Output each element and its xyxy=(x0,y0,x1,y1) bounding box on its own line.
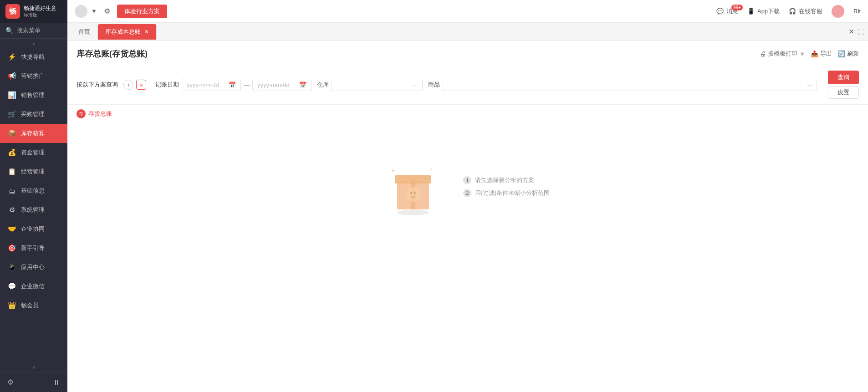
sidebar-item-wechat[interactable]: 💬 企业微信 xyxy=(0,277,67,296)
empty-content: ✦ ✦ 1 请先选择要分析的方案 xyxy=(386,159,549,219)
coop-icon: 🤝 xyxy=(7,225,16,233)
set-button[interactable]: 设置 xyxy=(828,86,859,99)
scheme-icon: 存 xyxy=(77,109,86,118)
filter-add-button[interactable]: + xyxy=(123,80,133,90)
message-badge: 99+ xyxy=(731,5,743,10)
empty-tip-1: 1 请先选择要分析的方案 xyxy=(463,176,549,184)
app-download-action[interactable]: 📱 App下载 xyxy=(747,7,780,15)
filter-row: 记账日期 yyyy-mm-dd 📅 — yyyy-mm-dd 📅 仓库 xyxy=(155,71,859,99)
sidebar-item-marketing[interactable]: 📢 营销推广 xyxy=(0,66,67,86)
app-center-icon: 📱 xyxy=(7,263,16,271)
tab-inventory-cost[interactable]: 库存成本总账 ✕ xyxy=(98,24,157,40)
refresh-button[interactable]: 🔄 刷新 xyxy=(837,50,859,58)
empty-box-svg: ✦ ✦ xyxy=(388,162,443,216)
scroll-up-indicator: ▲ xyxy=(0,39,67,47)
sidebar: 畅 畅捷通好生意 标准版 🔍 搜索菜单 ▲ ⚡ 快捷导航 📢 营销推广 📊 销售… xyxy=(0,0,67,392)
expand-icon[interactable]: ⛶ xyxy=(858,28,864,36)
date-end-input[interactable]: yyyy-mm-dd 📅 xyxy=(252,79,311,91)
scroll-down-indicator: ▼ xyxy=(0,363,67,372)
dropdown-arrow: ▼ xyxy=(91,8,97,15)
online-service-action[interactable]: 🎧 在线客服 xyxy=(789,7,822,15)
main-content: ▼ ⚙ 体验行业方案 💬 消息 99+ 📱 App下载 🎧 在线客服 Rit xyxy=(67,0,868,392)
header-user-avatar xyxy=(75,5,87,18)
warehouse-label: 仓库 xyxy=(317,81,329,89)
search-menu[interactable]: 🔍 搜索菜单 xyxy=(0,23,67,39)
sidebar-item-sales[interactable]: 📊 销售管理 xyxy=(0,86,67,105)
sidebar-item-system[interactable]: ⚙ 系统管理 xyxy=(0,200,67,219)
system-icon: ⚙ xyxy=(7,206,16,214)
app-logo: 畅 xyxy=(5,4,20,19)
sidebar-item-label: 经营管理 xyxy=(21,168,45,176)
tip-text-1: 请先选择要分析的方案 xyxy=(475,176,534,184)
operation-icon: 📋 xyxy=(7,168,16,176)
warehouse-more-icon[interactable]: ··· xyxy=(413,81,418,88)
sidebar-item-basic[interactable]: 🗂 基础信息 xyxy=(0,181,67,200)
svg-point-7 xyxy=(410,192,412,194)
message-icon: 💬 xyxy=(716,8,724,15)
svg-text:✦: ✦ xyxy=(390,167,396,174)
sidebar-item-label: 基础信息 xyxy=(21,187,45,195)
guide-icon: 🎯 xyxy=(7,244,16,252)
user-avatar xyxy=(832,5,844,18)
product-more-icon[interactable]: ··· xyxy=(807,81,812,88)
refresh-label: 刷新 xyxy=(847,50,859,58)
tip-text-2: 用[过滤]条件来缩小分析范围 xyxy=(475,189,549,197)
search-label: 搜索菜单 xyxy=(17,26,41,35)
tip-num-2: 2 xyxy=(463,189,471,197)
date-start-input[interactable]: yyyy-mm-dd 📅 xyxy=(182,79,241,91)
header-right: 💬 消息 99+ 📱 App下载 🎧 在线客服 Rit xyxy=(716,5,861,18)
svg-point-3 xyxy=(397,210,429,215)
tab-close-icon[interactable]: ✕ xyxy=(144,29,149,35)
empty-illustration: ✦ ✦ xyxy=(386,159,445,219)
filter-area: 按以下方案查询 + « 记账日期 yyyy-mm-dd 📅 — yyyy-mm-… xyxy=(67,65,868,105)
sidebar-item-finance[interactable]: 💰 资金管理 xyxy=(0,143,67,162)
sidebar-item-label: 快捷导航 xyxy=(21,53,45,61)
header-gear-button[interactable]: ⚙ xyxy=(101,5,113,18)
sidebar-item-purchase[interactable]: 🛒 采购管理 xyxy=(0,105,67,124)
sidebar-item-app-center[interactable]: 📱 应用中心 xyxy=(0,258,67,277)
query-button[interactable]: 查询 xyxy=(828,71,859,84)
calendar-end-icon[interactable]: 📅 xyxy=(299,81,306,88)
date-filter-group: 记账日期 yyyy-mm-dd 📅 — yyyy-mm-dd 📅 xyxy=(155,79,311,91)
date-start-placeholder: yyyy-mm-dd xyxy=(187,81,219,88)
warehouse-input[interactable]: ··· xyxy=(332,79,423,91)
sidebar-item-label: 畅会员 xyxy=(21,301,39,310)
print-button[interactable]: 🖨 按模板打印 ▼ xyxy=(760,50,805,58)
filter-collapse-button[interactable]: « xyxy=(136,80,146,90)
product-input[interactable]: ··· xyxy=(443,79,817,91)
inventory-icon: 📦 xyxy=(7,129,16,137)
page-content: 库存总账(存货总账) 🖨 按模板打印 ▼ 📤 导出 🔄 刷新 xyxy=(67,41,868,392)
sidebar-item-label: 营销推广 xyxy=(21,72,45,80)
sidebar-item-label: 采购管理 xyxy=(21,110,45,118)
message-action[interactable]: 💬 消息 99+ xyxy=(716,7,738,15)
scheme-item-inventory[interactable]: 存 存货总账 xyxy=(77,109,112,118)
industry-plan-button[interactable]: 体验行业方案 xyxy=(117,5,167,18)
header-dropdown[interactable]: ▼ xyxy=(91,8,97,15)
sidebar-item-member[interactable]: 👑 畅会员 xyxy=(0,296,67,315)
print-icon: 🖨 xyxy=(760,50,766,57)
export-label: 导出 xyxy=(820,50,832,58)
tab-home[interactable]: 首页 xyxy=(71,24,98,40)
export-button[interactable]: 📤 导出 xyxy=(811,50,832,58)
print-dropdown-icon: ▼ xyxy=(799,51,805,57)
svg-text:✦: ✦ xyxy=(429,167,433,172)
sidebar-item-quick-nav[interactable]: ⚡ 快捷导航 xyxy=(0,47,67,66)
sidebar-item-coop[interactable]: 🤝 企业协同 xyxy=(0,219,67,239)
refresh-icon: 🔄 xyxy=(837,50,845,57)
finance-icon: 💰 xyxy=(7,148,16,157)
product-label: 商品 xyxy=(428,81,440,89)
tab-bar: 首页 库存成本总账 ✕ ✕ ⛶ xyxy=(67,23,868,41)
sidebar-item-inventory[interactable]: 📦 库存核算 xyxy=(0,124,67,143)
member-icon: 👑 xyxy=(7,301,16,310)
sidebar-item-label: 应用中心 xyxy=(21,263,45,271)
sidebar-item-guide[interactable]: 🎯 新手引导 xyxy=(0,239,67,258)
collapse-icon[interactable]: ⏸ xyxy=(53,378,60,387)
settings-icon[interactable]: ⚙ xyxy=(7,378,14,387)
close-all-tabs-icon[interactable]: ✕ xyxy=(848,27,854,36)
sidebar-item-operation[interactable]: 📋 经营管理 xyxy=(0,162,67,181)
calendar-start-icon[interactable]: 📅 xyxy=(229,81,236,88)
sidebar-header: 畅 畅捷通好生意 标准版 xyxy=(0,0,67,23)
wechat-icon: 💬 xyxy=(7,282,16,290)
search-icon: 🔍 xyxy=(5,27,13,34)
sales-icon: 📊 xyxy=(7,91,16,99)
